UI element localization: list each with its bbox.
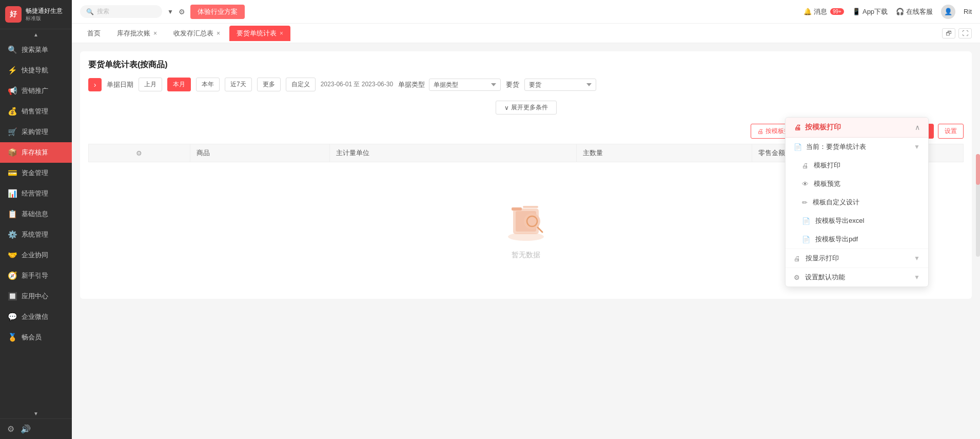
set-default-icon: ⚙: [794, 274, 800, 281]
sidebar-item-system[interactable]: ⚙️ 系统管理: [0, 224, 72, 245]
sidebar-item-label: 企业微信: [22, 312, 48, 321]
goods-filter-label: 要货: [506, 80, 519, 89]
tab-home-label: 首页: [87, 29, 101, 38]
sidebar-item-label: 快捷导航: [22, 66, 48, 75]
sidebar-item-label: 应用中心: [22, 292, 48, 301]
sidebar-item-label: 搜索菜单: [22, 45, 48, 54]
sidebar-item-label: 系统管理: [22, 230, 48, 239]
quick-icon: ⚡: [7, 65, 17, 75]
download-icon: 📱: [852, 8, 860, 15]
tab-receipt-summary-label: 收发存汇总表: [173, 29, 213, 38]
sidebar-item-label: 资金管理: [22, 168, 48, 178]
dropdown-item-export-excel[interactable]: 📄 按模板导出excel: [786, 212, 928, 230]
tab-order-summary[interactable]: 要货单统计表 ×: [229, 26, 290, 41]
apps-icon: 🔲: [7, 291, 17, 301]
tab-batch-account[interactable]: 库存批次账 ×: [110, 26, 164, 41]
date-btn-last-month[interactable]: 上月: [139, 78, 162, 91]
table-header-quantity: 主数量: [577, 144, 752, 162]
gear-icon: ⚙: [136, 149, 142, 157]
online-service-label: 在线客服: [906, 7, 933, 16]
tab-order-summary-close[interactable]: ×: [280, 30, 283, 37]
sidebar-item-operation[interactable]: 📊 经营管理: [0, 183, 72, 204]
user-avatar[interactable]: 👤: [941, 5, 955, 19]
tab-home[interactable]: 首页: [80, 26, 108, 41]
date-btn-7days[interactable]: 近7天: [225, 78, 252, 91]
page-title: 要货单统计表(按商品): [88, 60, 964, 70]
sidebar-item-apps[interactable]: 🔲 应用中心: [0, 286, 72, 307]
app-download-btn[interactable]: 📱 App下载: [852, 7, 888, 16]
notifications-label: 消息: [814, 7, 827, 16]
sidebar-item-label: 基础信息: [22, 209, 48, 219]
tab-restore-btn[interactable]: 🗗: [942, 28, 955, 39]
tab-receipt-summary[interactable]: 收发存汇总表 ×: [166, 26, 227, 41]
tabs-actions: 🗗 ⛶: [942, 28, 972, 39]
sidebar-scroll-down[interactable]: ▼: [0, 408, 72, 418]
template-print-icon: 🖨: [802, 162, 809, 169]
sidebar-scroll-up[interactable]: ▲: [0, 29, 72, 40]
member-icon: 🏅: [7, 332, 17, 342]
search-icon: 🔍: [7, 45, 17, 55]
sidebar-item-purchase[interactable]: 🛒 采购管理: [0, 122, 72, 142]
date-filter-label: 单据日期: [107, 80, 133, 89]
dropdown-item-export-pdf[interactable]: 📄 按模板导出pdf: [786, 230, 928, 249]
set-default-arrow: ▼: [914, 274, 920, 281]
svg-rect-7: [523, 206, 538, 208]
avatar-icon: 👤: [944, 8, 952, 15]
dropdown-item-template-print[interactable]: 🖨 模板打印: [786, 156, 928, 175]
sidebar-item-wechat[interactable]: 💬 企业微信: [0, 307, 72, 327]
filter-type-area: 单据类型 单据类型 要货单: [398, 79, 501, 91]
date-btn-this-month[interactable]: 本月: [167, 78, 191, 91]
dropdown-title: 按模板打印: [805, 123, 841, 132]
dropdown-section-left: 🖨 按显示打印: [794, 254, 839, 263]
topbar-right: 🔔 消息 99+ 📱 App下载 🎧 在线客服 👤 Rit: [803, 5, 972, 19]
tab-fullscreen-btn[interactable]: ⛶: [958, 28, 972, 39]
sidebar-item-sales[interactable]: 💰 销售管理: [0, 101, 72, 122]
sidebar-item-quick[interactable]: ⚡ 快捷导航: [0, 60, 72, 81]
filter-expand-btn[interactable]: ›: [88, 78, 102, 91]
trial-btn[interactable]: 体验行业方案: [190, 5, 245, 19]
dropdown-item-template-design[interactable]: ✏ 模板自定义设计: [786, 193, 928, 212]
sales-icon: 💰: [7, 106, 17, 117]
sidebar-item-label: 企业协同: [22, 251, 48, 260]
dropdown-section-set-default[interactable]: ⚙ 设置默认功能 ▼: [786, 268, 928, 287]
date-btn-this-year[interactable]: 本年: [196, 78, 220, 91]
date-range-text: 2023-06-01 至 2023-06-30: [321, 80, 393, 89]
type-filter-select[interactable]: 单据类型 要货单: [429, 79, 501, 91]
dropdown-collapse-btn[interactable]: ∧: [915, 123, 920, 131]
table-header-gear[interactable]: ⚙: [89, 144, 190, 162]
topbar-search-box[interactable]: 🔍 搜索: [80, 5, 162, 18]
dropdown-current-template[interactable]: 📄 当前：要货单统计表 ▼: [786, 138, 928, 156]
topbar-gear-icon[interactable]: ⚙: [179, 8, 185, 16]
settings-btn[interactable]: 设置: [938, 124, 964, 139]
sidebar-item-marketing[interactable]: 📢 营销推广: [0, 81, 72, 101]
sidebar-item-basic[interactable]: 📋 基础信息: [0, 204, 72, 224]
dropdown-item-template-preview[interactable]: 👁 模板预览: [786, 175, 928, 193]
right-scrollbar[interactable]: [976, 154, 980, 257]
sidebar-item-inventory[interactable]: 📦 库存核算: [0, 142, 72, 163]
wechat-icon: 💬: [7, 312, 17, 322]
sidebar-item-search[interactable]: 🔍 搜索菜单: [0, 40, 72, 60]
scrollbar-thumb: [976, 154, 980, 185]
tab-receipt-summary-close[interactable]: ×: [217, 30, 220, 37]
display-print-icon: 🖨: [794, 255, 800, 262]
footer-sound-icon[interactable]: 🔊: [21, 424, 31, 434]
sidebar-item-finance[interactable]: 💳 资金管理: [0, 163, 72, 183]
app-version: 标准版: [26, 15, 63, 22]
footer-settings-icon[interactable]: ⚙: [7, 424, 14, 434]
goods-filter-select[interactable]: 要货: [524, 79, 596, 91]
sidebar-item-member[interactable]: 🏅 畅会员: [0, 327, 72, 348]
template-preview-icon: 👁: [802, 180, 809, 188]
online-service-btn[interactable]: 🎧 在线客服: [896, 7, 933, 16]
sidebar-item-newbie[interactable]: 🧭 新手引导: [0, 265, 72, 286]
tab-batch-account-close[interactable]: ×: [153, 30, 157, 37]
date-btn-more[interactable]: 更多: [257, 78, 281, 91]
notifications-btn[interactable]: 🔔 消息 99+: [803, 7, 844, 16]
newbie-icon: 🧭: [7, 271, 17, 281]
marketing-icon: 📢: [7, 86, 17, 96]
date-btn-custom[interactable]: 自定义: [286, 78, 316, 91]
display-print-arrow: ▼: [914, 255, 920, 262]
dropdown-section-display-print[interactable]: 🖨 按显示打印 ▼: [786, 249, 928, 268]
sidebar-item-collab[interactable]: 🤝 企业协同: [0, 245, 72, 265]
topbar-dropdown-button[interactable]: ▼: [167, 8, 173, 15]
expand-more-btn[interactable]: ∨ 展开更多条件: [496, 101, 557, 114]
